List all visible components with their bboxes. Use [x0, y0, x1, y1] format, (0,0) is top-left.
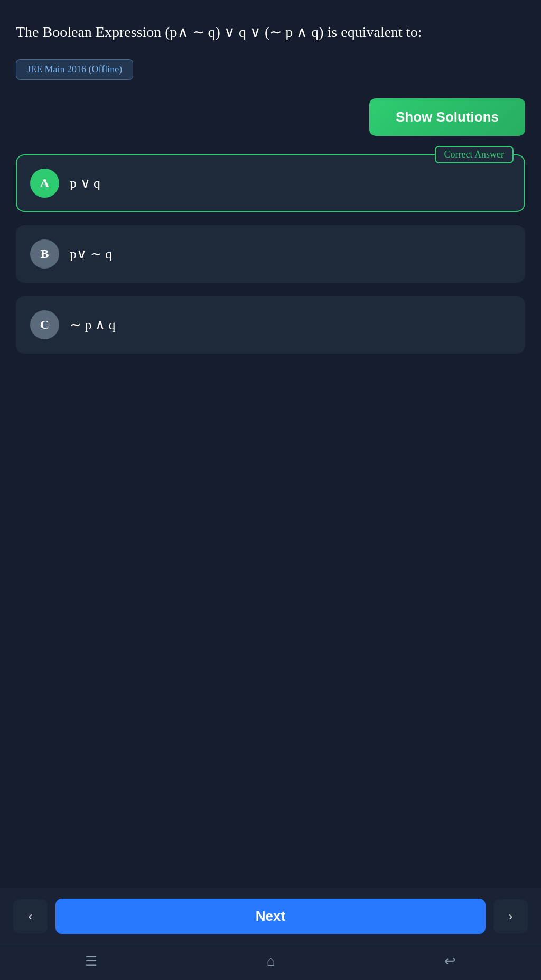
back-icon[interactable]: ↩ — [444, 953, 456, 969]
question-tag: JEE Main 2016 (Offline) — [16, 59, 133, 80]
option-c-card[interactable]: C ∼ p ∧ q — [16, 296, 525, 354]
option-a-card[interactable]: Correct Answer A p ∨ q — [16, 154, 525, 212]
next-arrow-button[interactable]: › — [493, 899, 528, 933]
prev-button[interactable]: ‹ — [13, 899, 48, 933]
home-icon[interactable]: ⌂ — [267, 954, 275, 969]
show-solutions-button[interactable]: Show Solutions — [369, 98, 525, 136]
option-b-text: p∨ ∼ q — [70, 246, 112, 262]
next-arrow-icon: › — [509, 910, 512, 923]
option-b-card[interactable]: B p∨ ∼ q — [16, 225, 525, 283]
correct-answer-badge: Correct Answer — [435, 146, 514, 163]
prev-icon: ‹ — [29, 910, 32, 923]
option-c-text: ∼ p ∧ q — [70, 317, 116, 333]
main-content: The Boolean Expression (p∧ ∼ q) ∨ q ∨ (∼… — [0, 0, 541, 888]
menu-icon[interactable]: ☰ — [85, 953, 97, 969]
option-c-label: C — [30, 310, 59, 339]
system-navigation: ☰ ⌂ ↩ — [0, 945, 541, 980]
option-a-label: A — [30, 169, 59, 198]
next-button[interactable]: Next — [55, 899, 486, 934]
option-b-label: B — [30, 239, 59, 269]
question-text: The Boolean Expression (p∧ ∼ q) ∨ q ∨ (∼… — [16, 21, 525, 43]
option-a-text: p ∨ q — [70, 175, 100, 191]
bottom-navigation: ‹ Next › — [0, 888, 541, 945]
